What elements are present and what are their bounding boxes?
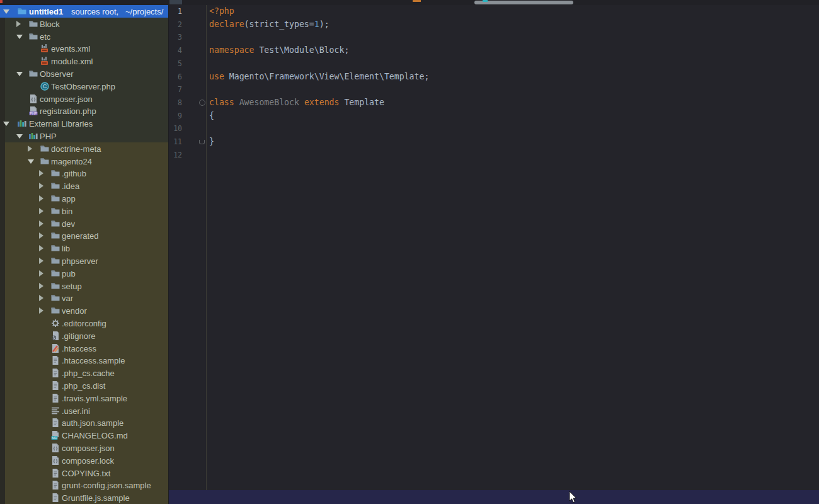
tree-item-htaccess-sample[interactable]: .htaccess.sample [0,354,169,367]
tree-item-testobserver-php[interactable]: CTestObserver.php [0,80,169,93]
chevron-expanded-icon[interactable] [3,122,9,126]
tree-item-label: module.xml [51,57,93,66]
line-number-4[interactable]: 4 [169,44,182,57]
library-icon [28,131,38,141]
tree-item-travis-yml-sample[interactable]: .travis.yml.sample [0,392,169,404]
line-number-3[interactable]: 3 [169,31,182,44]
project-tree-panel[interactable]: untitled1sources root,~/projects/Blocket… [0,0,169,504]
tree-item-events-xml[interactable]: events.xml [0,42,169,55]
tree-item-registration-php[interactable]: PHPregistration.php [0,105,169,117]
tree-item-bin[interactable]: bin [0,205,169,217]
chevron-expanded-icon[interactable] [16,72,23,76]
line-number-2[interactable]: 2 [169,18,182,32]
tree-item-untitled1[interactable]: untitled1sources root,~/projects/ [0,5,169,18]
chevron-collapsed-icon[interactable] [39,220,43,227]
chevron-collapsed-icon[interactable] [39,195,43,202]
tree-item-observer[interactable]: Observer [0,67,169,80]
code-line-11[interactable]: } [209,135,214,149]
tree-item-label: .php_cs.dist [62,381,105,391]
line-number-12[interactable]: 12 [169,149,182,162]
code-line-2[interactable]: declare(strict_types=1); [209,18,329,32]
teal-fragment [483,0,488,2]
tree-item-doctrine-meta[interactable]: doctrine-meta [0,142,169,155]
tree-item-setup[interactable]: setup [0,280,169,292]
tree-item-editorconfig[interactable]: .editorconfig [0,317,169,329]
fold-open-icon[interactable] [199,100,205,106]
tree-item-composer-json[interactable]: composer.json [0,442,169,454]
code-token [234,98,239,107]
tree-item-label: app [62,194,76,203]
chevron-expanded-icon[interactable] [28,159,34,164]
tree-item-composer-lock[interactable]: composer.lock [0,454,169,467]
tree-item-label: composer.lock [62,455,114,465]
code-line-6[interactable]: use Magento\Framework\View\Element\Templ… [209,71,429,84]
editor-panel[interactable]: 1<?php2declare(strict_types=1);34namespa… [169,0,819,490]
code-line-8[interactable]: class AwesomeBlock extends Template [209,96,384,110]
line-number-6[interactable]: 6 [169,71,182,84]
tree-item-dev[interactable]: dev [0,217,169,230]
chevron-collapsed-icon[interactable] [39,258,43,264]
tree-item-idea[interactable]: .idea [0,180,169,192]
chevron-collapsed-icon[interactable] [39,270,43,277]
code-line-4[interactable]: namespace Test\Module\Block; [209,44,349,57]
tree-item-generated[interactable]: generated [0,229,169,242]
folder-icon [28,19,38,29]
line-number-8[interactable]: 8 [169,96,182,110]
chevron-expanded-icon[interactable] [3,9,9,14]
tree-item-github[interactable]: .github [0,167,169,180]
gutter-separator [206,0,207,490]
tree-item-gitignore[interactable]: .gitignore [0,329,169,342]
chevron-collapsed-icon[interactable] [39,295,43,301]
tree-item-pub[interactable]: pub [0,267,169,280]
chevron-collapsed-icon[interactable] [16,21,21,27]
tree-item-etc[interactable]: etc [0,30,169,43]
code-line-1[interactable]: <?php [209,5,234,18]
tree-item-gruntfile-js-sample[interactable]: Gruntfile.js.sample [0,491,169,504]
tree-item-magento24[interactable]: magento24 [0,155,169,168]
chevron-collapsed-icon[interactable] [39,183,43,189]
folder-icon [50,168,60,178]
chevron-collapsed-icon[interactable] [39,283,43,289]
tree-item-auth-json-sample[interactable]: auth.json.sample [0,416,169,429]
chevron-collapsed-icon[interactable] [39,170,43,176]
tree-item-changelog-md[interactable]: MDCHANGELOG.md [0,429,169,442]
chevron-expanded-icon[interactable] [16,35,23,39]
tree-item-var[interactable]: var [0,292,169,304]
tree-item-composer-json[interactable]: composer.json [0,93,169,105]
chevron-collapsed-icon[interactable] [39,208,43,214]
code-token: AwesomeBlock [239,98,299,107]
line-number-10[interactable]: 10 [169,122,182,135]
tree-item-label: .idea [62,181,79,191]
tree-item-label: phpserver [62,256,98,266]
tree-item-phpserver[interactable]: phpserver [0,255,169,267]
line-number-5[interactable]: 5 [169,57,182,71]
tree-item-app[interactable]: app [0,192,169,205]
tree-item-label: vendor [62,306,87,316]
code-line-9[interactable]: { [209,110,214,123]
tree-item-label: setup [62,281,82,290]
chevron-expanded-icon[interactable] [16,134,23,139]
fold-close-icon[interactable] [199,140,205,144]
tree-item-copying-txt[interactable]: COPYING.txt [0,467,169,479]
folder-icon [50,231,60,241]
tree-item-php-cs-cache[interactable]: .php_cs.cache [0,367,169,379]
line-number-9[interactable]: 9 [169,110,182,123]
tree-item-vendor[interactable]: vendor [0,304,169,317]
tree-item-grunt-config-json-sample[interactable]: grunt-config.json.sample [0,479,169,491]
line-number-7[interactable]: 7 [169,83,182,96]
tree-item-label: bin [62,206,72,215]
chevron-collapsed-icon[interactable] [39,232,43,239]
tree-item-external-libraries[interactable]: External Libraries [0,117,169,130]
chevron-collapsed-icon[interactable] [39,245,43,251]
chevron-collapsed-icon[interactable] [39,307,43,314]
line-number-11[interactable]: 11 [169,135,182,149]
tree-item-htaccess[interactable]: .htaccess [0,342,169,355]
tree-item-user-ini[interactable]: .user.ini [0,404,169,417]
chevron-collapsed-icon[interactable] [28,146,32,152]
tree-item-lib[interactable]: lib [0,242,169,255]
tree-item-php[interactable]: PHP [0,130,169,142]
line-number-1[interactable]: 1 [169,5,182,18]
tree-item-block[interactable]: Block [0,18,169,30]
tree-item-module-xml[interactable]: module.xml [0,55,169,67]
tree-item-php-cs-dist[interactable]: .php_cs.dist [0,379,169,392]
